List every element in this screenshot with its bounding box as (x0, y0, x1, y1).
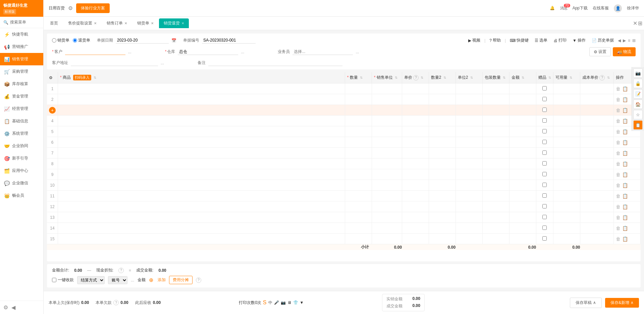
user-icon[interactable]: 👕 (293, 300, 298, 305)
account-dots[interactable]: ... (131, 278, 134, 282)
copy-row-2[interactable]: 📋 (622, 97, 628, 102)
cell-qty2-5[interactable] (429, 126, 455, 137)
unit2-sort-icon[interactable]: ⇅ (470, 76, 473, 79)
cell-quantity-1[interactable] (345, 83, 372, 94)
cell-unit2-14[interactable] (455, 223, 482, 234)
cell-available-2[interactable] (553, 94, 580, 105)
shortcut-key-btn[interactable]: ⌨ 快捷键 (508, 37, 531, 44)
gift-checkbox-11[interactable] (542, 193, 547, 198)
cell-packqty-2[interactable] (482, 94, 509, 105)
cell-available-11[interactable] (553, 191, 580, 201)
one-click-payment-checkbox[interactable]: 一键收款 (52, 277, 74, 283)
cell-price-7[interactable] (402, 148, 429, 159)
cell-available-5[interactable] (553, 126, 580, 137)
cell-available-10[interactable] (553, 180, 580, 191)
cell-amount-8[interactable] (509, 159, 536, 169)
radio-sales-input[interactable] (52, 38, 56, 43)
account-select[interactable]: 账号 (108, 276, 127, 284)
sidebar-item-wechat[interactable]: 💬 企业微信 (0, 177, 43, 189)
restore-window-button[interactable]: ⊞ (638, 20, 642, 26)
cell-unit-8[interactable] (372, 159, 402, 169)
cell-amount-11[interactable] (509, 191, 536, 201)
cell-packqty-5[interactable] (482, 126, 509, 137)
cell-unit-10[interactable] (372, 180, 402, 191)
cell-price-1[interactable] (402, 83, 429, 94)
cell-unit2-5[interactable] (455, 126, 482, 137)
cell-product-9[interactable] (58, 169, 345, 180)
gift-sort-icon[interactable]: ⇅ (548, 76, 551, 79)
delete-row-10[interactable]: 🗑 (616, 183, 621, 188)
close-window-button[interactable]: ✕ (633, 20, 637, 26)
cell-unit2-10[interactable] (455, 180, 482, 191)
cell-quantity-3[interactable] (345, 105, 372, 116)
cell-quantity-8[interactable] (345, 159, 372, 169)
close-tab-sales[interactable]: ✕ (151, 21, 154, 25)
cell-costprice-2[interactable] (580, 94, 614, 105)
sidebar-item-inventory[interactable]: 📦 库存核算 (0, 78, 43, 90)
cell-unit-11[interactable] (372, 191, 402, 201)
cell-product-6[interactable] (58, 137, 345, 148)
cell-unit2-9[interactable] (455, 169, 482, 180)
cell-unit2-1[interactable] (455, 83, 482, 94)
history-btn[interactable]: 📄 历史单据 (590, 37, 616, 44)
cell-qty2-1[interactable] (429, 83, 455, 94)
radio-sales[interactable]: 销货单 (52, 38, 69, 43)
cell-qty2-8[interactable] (429, 159, 455, 169)
cell-available-9[interactable] (553, 169, 580, 180)
delete-row-12[interactable]: 🗑 (616, 204, 621, 209)
close-tab-sales-return[interactable]: ✕ (181, 21, 184, 25)
cell-qty2-6[interactable] (429, 137, 455, 148)
cell-costprice-14[interactable] (580, 223, 614, 234)
sidebar-item-shortcut[interactable]: ⚡ 快捷导航 (0, 28, 43, 41)
cell-quantity-13[interactable] (345, 212, 372, 223)
cell-product-3[interactable] (58, 105, 345, 116)
cell-packqty-4[interactable] (482, 116, 509, 126)
cell-costprice-3[interactable] (580, 105, 614, 116)
cell-amount-13[interactable] (509, 212, 536, 223)
sidebar-collapse-icon[interactable]: ◀ (11, 304, 15, 311)
cell-amount-5[interactable] (509, 126, 536, 137)
copy-row-1[interactable]: 📋 (622, 86, 628, 91)
right-panel-btn-5[interactable]: ☆ (633, 110, 643, 119)
unit-sort-icon[interactable]: ⇅ (395, 76, 397, 79)
cell-amount-3[interactable] (509, 105, 536, 116)
cell-price-8[interactable] (402, 159, 429, 169)
right-panel-btn-2[interactable]: 🔒 (633, 79, 643, 88)
discount-help-icon[interactable]: ? (118, 268, 124, 273)
cell-product-12[interactable] (58, 201, 345, 212)
amount-sort-icon[interactable]: ⇅ (522, 76, 524, 79)
cell-unit2-8[interactable] (455, 159, 482, 169)
logistics-button[interactable]: 🚚 物流 (613, 47, 636, 56)
delete-row-8[interactable]: 🗑 (616, 161, 621, 167)
sidebar-item-marketing[interactable]: 📢 营销推广 (0, 41, 43, 53)
cell-gift-9[interactable] (536, 169, 553, 180)
qty-sort-icon[interactable]: ⇅ (360, 76, 363, 79)
copy-row-5[interactable]: 📋 (622, 129, 628, 134)
save-draft-button[interactable]: 保存草稿 ∧ (570, 298, 602, 308)
trial-button[interactable]: 体验行业方案 (76, 3, 110, 13)
cell-amount-15[interactable] (509, 234, 536, 244)
delete-row-6[interactable]: 🗑 (616, 140, 621, 145)
cell-costprice-1[interactable] (580, 83, 614, 94)
cell-amount-6[interactable] (509, 137, 536, 148)
cell-quantity-5[interactable] (345, 126, 372, 137)
customer-input[interactable] (65, 49, 125, 55)
cell-costprice-8[interactable] (580, 159, 614, 169)
remarks-input[interactable] (208, 60, 342, 66)
scan-icon[interactable]: 📷 (281, 300, 286, 305)
cell-quantity-10[interactable] (345, 180, 372, 191)
product-input-3[interactable] (60, 108, 343, 113)
copy-row-3[interactable]: 📋 (622, 108, 628, 113)
cell-product-2[interactable] (58, 94, 345, 105)
sidebar-item-enterprise[interactable]: 🤝 企业协同 (0, 140, 43, 152)
price-sort-icon[interactable]: ⇅ (421, 76, 423, 79)
copy-row-8[interactable]: 📋 (622, 161, 628, 167)
cell-gift-6[interactable] (536, 137, 553, 148)
radio-return-input[interactable] (73, 38, 77, 43)
cell-quantity-7[interactable] (345, 148, 372, 159)
cell-packqty-8[interactable] (482, 159, 509, 169)
cell-amount-7[interactable] (509, 148, 536, 159)
gift-checkbox-2[interactable] (542, 97, 547, 101)
gift-checkbox-10[interactable] (542, 183, 547, 187)
cell-product-8[interactable] (58, 159, 345, 169)
